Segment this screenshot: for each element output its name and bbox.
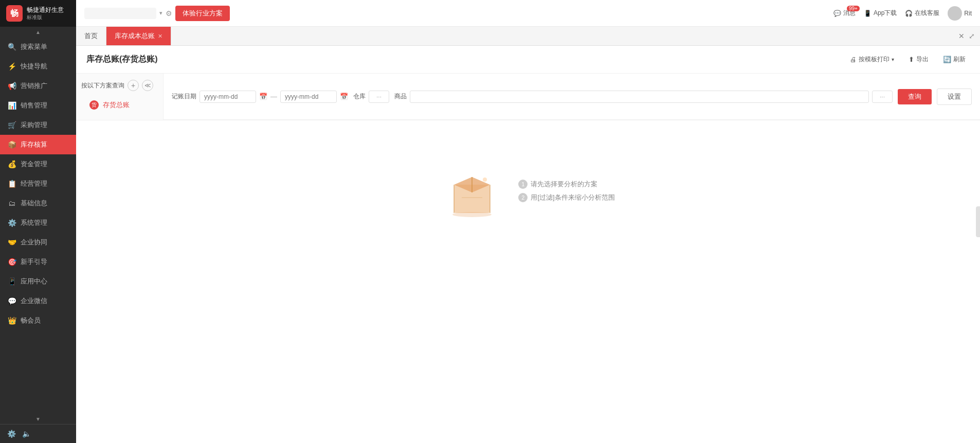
scheme-item-label: 存货总账 — [103, 100, 130, 110]
scroll-up[interactable]: ▲ — [0, 27, 76, 37]
scheme-item-inventory-ledger[interactable]: 货 存货总账 — [81, 96, 158, 114]
sidebar-item-apps-label: 应用中心 — [21, 277, 47, 286]
step-1-num: 1 — [518, 180, 528, 189]
content-area: 库存总账(存货总账) 🖨 按模板打印 ▾ ⬆ 导出 🔄 刷新 — [76, 46, 980, 443]
sidebar-item-sales-label: 销售管理 — [21, 101, 47, 110]
refresh-button[interactable]: 🔄 刷新 — [939, 53, 970, 66]
topbar-right: 💬 消息 99+ 📱 App下载 🎧 在线客服 Rit — [833, 6, 972, 21]
tab-inventory-cost[interactable]: 库存成本总账 ✕ — [106, 27, 171, 45]
print-chevron-icon: ▾ — [892, 57, 894, 62]
refresh-icon: 🔄 — [943, 56, 951, 63]
refresh-label: 刷新 — [953, 55, 966, 64]
collapse-scheme-button[interactable]: ≪ — [142, 80, 153, 91]
trial-button[interactable]: 体验行业方案 — [175, 6, 230, 21]
operation-icon: 📋 — [7, 180, 16, 188]
date-filter-group: 记账日期 📅 — 📅 — [172, 91, 348, 103]
app-version: 标准版 — [27, 14, 64, 21]
date-start-input[interactable] — [199, 91, 256, 103]
empty-state-content: 1 请先选择要分析的方案 2 用[过滤]条件来缩小分析范围 — [441, 162, 614, 220]
print-button[interactable]: 🖨 按模板打印 ▾ — [846, 53, 898, 66]
print-label: 按模板打印 — [859, 55, 890, 64]
side-handle[interactable] — [976, 206, 980, 237]
topbar-chevron-icon[interactable]: ▾ — [159, 10, 162, 16]
export-button[interactable]: ⬆ 导出 — [904, 53, 933, 66]
settings-button[interactable]: 设置 — [937, 88, 972, 105]
sidebar-item-member-label: 畅会员 — [21, 316, 41, 325]
user-avatar-button[interactable]: Rit — [948, 6, 972, 21]
topbar-search-box[interactable] — [84, 8, 156, 19]
sidebar-item-system[interactable]: ⚙️ 系统管理 — [0, 213, 76, 233]
sidebar-item-apps[interactable]: 📱 应用中心 — [0, 272, 76, 291]
empty-state-illustration — [441, 162, 503, 220]
wechat-icon: 💬 — [7, 297, 16, 305]
product-more-button[interactable]: ··· — [872, 91, 893, 103]
marketing-icon: 📢 — [7, 82, 16, 90]
tabbar: 首页 库存成本总账 ✕ ✕ ⤢ — [76, 27, 980, 46]
svg-point-5 — [483, 178, 487, 182]
tab-home[interactable]: 首页 — [76, 27, 106, 45]
step-2-num: 2 — [518, 193, 528, 202]
app-download-button[interactable]: 📱 App下载 — [864, 9, 897, 17]
messages-icon: 💬 — [833, 10, 841, 17]
sales-icon: 📊 — [7, 101, 16, 110]
sidebar-item-shortcut-label: 快捷导航 — [21, 62, 47, 71]
sidebar-item-wechat[interactable]: 💬 企业微信 — [0, 291, 76, 311]
scroll-down[interactable]: ▼ — [0, 414, 76, 424]
app-name: 畅捷通好生意 — [27, 6, 64, 14]
sidebar-item-operation[interactable]: 📋 经营管理 — [0, 174, 76, 193]
search-icon: 🔍 — [7, 43, 16, 51]
panel-expand-button[interactable]: ⤢ — [969, 32, 975, 40]
sidebar-item-search[interactable]: 🔍 搜索菜单 — [0, 37, 76, 57]
sidebar-item-basic[interactable]: 🗂 基础信息 — [0, 193, 76, 213]
audio-footer-btn[interactable]: 🔈 — [22, 430, 31, 438]
sidebar-footer: ⚙️ 🔈 — [0, 424, 76, 443]
topbar-gear-icon[interactable]: ⚙ — [166, 9, 172, 17]
sidebar-item-finance-label: 资金管理 — [21, 160, 47, 169]
app-download-icon: 📱 — [864, 10, 872, 17]
finance-icon: 💰 — [7, 160, 16, 168]
warehouse-more-button[interactable]: ··· — [369, 91, 389, 103]
hint-2: 用[过滤]条件来缩小分析范围 — [531, 191, 614, 204]
calendar-end-icon[interactable]: 📅 — [340, 93, 348, 100]
date-label: 记账日期 — [172, 92, 196, 101]
sidebar-item-enterprise[interactable]: 🤝 企业协同 — [0, 233, 76, 252]
page-header-actions: 🖨 按模板打印 ▾ ⬆ 导出 🔄 刷新 — [846, 53, 970, 66]
online-service-icon: 🎧 — [905, 10, 913, 17]
sidebar-item-guide-label: 新手引导 — [21, 257, 47, 267]
page-header: 库存总账(存货总账) 🖨 按模板打印 ▾ ⬆ 导出 🔄 刷新 — [76, 46, 980, 74]
query-button[interactable]: 查询 — [898, 89, 932, 104]
page-title: 库存总账(存货总账) — [86, 54, 158, 65]
sidebar-item-purchase[interactable]: 🛒 采购管理 — [0, 115, 76, 135]
date-dash: — — [270, 93, 277, 100]
date-end-input[interactable] — [280, 91, 337, 103]
topbar-search-input[interactable] — [89, 10, 131, 17]
purchase-icon: 🛒 — [7, 121, 16, 129]
panel-close-button[interactable]: ✕ — [958, 32, 965, 40]
main-area: ▾ ⚙ 体验行业方案 💬 消息 99+ 📱 App下载 🎧 在线客服 Rit — [76, 0, 980, 443]
logo-icon: 畅 — [6, 5, 23, 22]
sidebar-item-finance[interactable]: 💰 资金管理 — [0, 154, 76, 174]
messages-button[interactable]: 💬 消息 99+ — [833, 9, 856, 17]
sidebar-item-marketing[interactable]: 📢 营销推广 — [0, 76, 76, 96]
sidebar: 畅 畅捷通好生意 标准版 ▲ 🔍 搜索菜单 ⚡ 快捷导航 📢 营销推广 📊 销售… — [0, 0, 76, 443]
print-icon: 🖨 — [850, 56, 857, 63]
product-input[interactable] — [410, 91, 869, 103]
tab-home-label: 首页 — [84, 31, 98, 41]
sidebar-item-sales[interactable]: 📊 销售管理 — [0, 96, 76, 115]
calendar-start-icon[interactable]: 📅 — [259, 93, 267, 100]
warehouse-label: 仓库 — [353, 92, 366, 101]
guide-icon: 🎯 — [7, 258, 16, 266]
settings-footer-btn[interactable]: ⚙️ — [7, 430, 16, 438]
tab-close-icon[interactable]: ✕ — [158, 33, 162, 40]
sidebar-item-shortcut[interactable]: ⚡ 快捷导航 — [0, 57, 76, 76]
product-filter-group: 商品 ··· — [394, 91, 893, 103]
sidebar-item-member[interactable]: 👑 畅会员 — [0, 311, 76, 330]
filter-scheme-label: 按以下方案查询 — [81, 81, 124, 90]
online-service-button[interactable]: 🎧 在线客服 — [905, 9, 939, 17]
user-name: Rit — [964, 10, 972, 17]
hint-1: 请先选择要分析的方案 — [531, 178, 597, 191]
sidebar-item-guide[interactable]: 🎯 新手引导 — [0, 252, 76, 272]
sidebar-item-system-label: 系统管理 — [21, 218, 47, 227]
add-scheme-button[interactable]: + — [128, 80, 139, 91]
sidebar-item-inventory[interactable]: 📦 库存核算 — [0, 135, 76, 154]
